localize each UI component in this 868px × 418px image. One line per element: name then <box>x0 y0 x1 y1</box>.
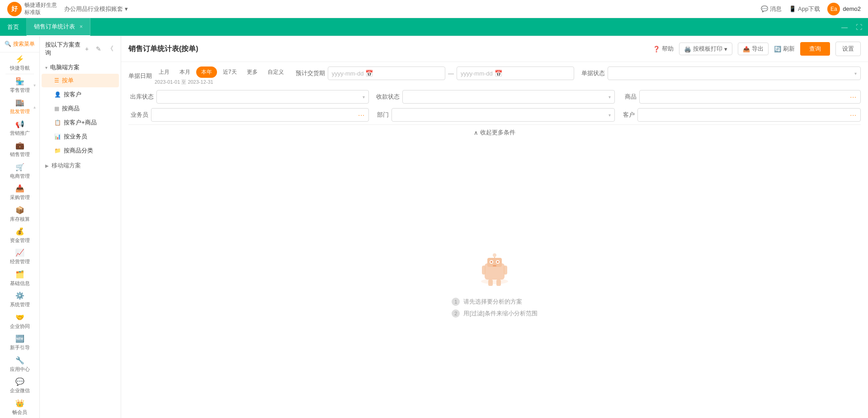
settings-button[interactable]: 设置 <box>835 42 861 56</box>
scheme-item-by-customer[interactable]: 👤 按客户 <box>42 88 119 101</box>
tab-maximize-button[interactable]: ⛶ <box>854 22 864 33</box>
desktop-group-header[interactable]: ▾ 电脑端方案 <box>40 62 121 73</box>
finance-icon: 💰 <box>15 227 24 236</box>
sidebar-item-system[interactable]: ⚙️ 系统管理 <box>0 289 39 310</box>
scheme-item-by-category[interactable]: 📁 按商品分类 <box>42 144 119 157</box>
pay-status-label: 收款状态 <box>374 93 400 101</box>
sidebar-item-basic-info[interactable]: 🗂️ 基础信息 <box>0 268 39 289</box>
status-select[interactable]: ▾ <box>608 66 861 80</box>
sidebar-item-member[interactable]: 👑 畅会员 <box>0 397 39 418</box>
sidebar: 🔍 搜索菜单 ⚡ 快捷导航 🏪 零售管理 ▾ 🏬 批发管理 ▴ 📢 营销推广 💼… <box>0 36 40 418</box>
workspace-selector[interactable]: 办公用品行业模拟账套 ▾ <box>61 3 132 15</box>
sidebar-item-purchase[interactable]: 📥 采购管理 <box>0 182 39 203</box>
sidebar-item-marketing[interactable]: 📢 营销推广 <box>0 117 39 138</box>
enterprise-icon: 🤝 <box>15 313 24 322</box>
shortcut-custom[interactable]: 自定义 <box>264 66 288 78</box>
by-customer-icon: 👤 <box>54 91 61 98</box>
edit-scheme-button[interactable]: ✎ <box>94 44 104 54</box>
app-center-icon: 🔧 <box>15 356 24 365</box>
calendar-icon-2: 📅 <box>495 70 502 77</box>
message-button[interactable]: 💬 消息 <box>761 5 782 13</box>
customer-input[interactable]: ··· <box>637 108 861 122</box>
member-icon: 👑 <box>15 399 24 408</box>
scheme-item-by-goods[interactable]: ▦ 按商品 <box>42 102 119 115</box>
export-button[interactable]: 📤 导出 <box>738 43 769 55</box>
tab-minimize-button[interactable]: — <box>839 22 850 33</box>
sidebar-item-sales[interactable]: 💼 销售管理 <box>0 139 39 160</box>
system-icon: ⚙️ <box>15 291 24 300</box>
logo-area: 好 畅捷通好生意 标准版 <box>7 2 57 16</box>
goods-label: 商品 <box>620 93 637 101</box>
tabbar: 首页 销售订单统计表 × — ⛶ <box>0 18 868 36</box>
search-menu-button[interactable]: 🔍 搜索菜单 <box>0 36 39 52</box>
logo-icon: 好 <box>7 2 22 16</box>
customer-label: 客户 <box>620 111 635 119</box>
shortcut-this-month[interactable]: 本月 <box>175 66 194 78</box>
collapse-scheme-button[interactable]: 《 <box>105 44 115 54</box>
tab-home[interactable]: 首页 <box>0 18 27 36</box>
collapse-bar[interactable]: ∧ 收起更多条件 <box>128 124 861 140</box>
customer-filter-group: 客户 ··· <box>620 108 861 122</box>
filter-section: 单据日期 上月 本月 本年 近7天 更多 自定义 2023-01-01 至 20… <box>121 62 868 145</box>
sidebar-item-wholesale[interactable]: 🏬 批发管理 ▴ <box>0 96 39 117</box>
ship-status-select[interactable]: ▾ <box>156 90 369 104</box>
empty-svg <box>472 245 517 290</box>
mobile-group-header[interactable]: ▶ 移动端方案 <box>40 160 121 171</box>
staff-label: 业务员 <box>128 111 148 119</box>
dept-select[interactable]: ▾ <box>392 108 615 122</box>
add-scheme-button[interactable]: + <box>82 44 92 54</box>
group-expand-arrow-icon: ▾ <box>45 65 47 70</box>
date-label: 单据日期 <box>128 72 152 80</box>
ship-arrow-icon: ▾ <box>363 95 365 100</box>
sidebar-item-enterprise[interactable]: 🤝 企业协同 <box>0 311 39 332</box>
scheme-item-by-staff[interactable]: 📊 按业务员 <box>42 130 119 143</box>
scheme-item-by-order[interactable]: ☰ 按单 <box>42 74 119 87</box>
shortcut-this-year[interactable]: 本年 <box>196 66 217 78</box>
username: demo2 <box>843 5 861 12</box>
page-actions: ❓ 帮助 🖨️ 按模板打印 ▾ 📤 导出 🔄 刷新 <box>653 42 861 62</box>
dept-label: 部门 <box>374 111 389 119</box>
help-button[interactable]: ❓ 帮助 <box>653 45 674 53</box>
basic-info-icon: 🗂️ <box>15 270 24 279</box>
sidebar-item-guide[interactable]: 🆕 新手引导 <box>0 332 39 353</box>
sidebar-item-ecom[interactable]: 🛒 电商管理 <box>0 160 39 181</box>
date-range-hint: 2023-01-01 至 2023-12-31 <box>155 79 288 86</box>
scheme-item-by-customer-goods[interactable]: 📋 按客户+商品 <box>42 116 119 129</box>
svg-rect-10 <box>488 280 493 286</box>
sidebar-item-finance[interactable]: 💰 资金管理 <box>0 225 39 246</box>
sidebar-item-wechat[interactable]: 💬 企业微信 <box>0 375 39 396</box>
staff-input[interactable]: ··· <box>151 108 369 122</box>
goods-input[interactable]: ··· <box>639 90 861 104</box>
pay-status-select[interactable]: ▾ <box>402 90 615 104</box>
shortcut-7days[interactable]: 近7天 <box>219 66 241 78</box>
user-menu[interactable]: Ea demo2 <box>827 3 861 15</box>
refresh-button[interactable]: 🔄 刷新 <box>774 45 795 53</box>
expected-date-start[interactable]: yyyy-mm-dd 📅 <box>328 66 445 80</box>
scheme-panel-header: 按以下方案查询 + ✎ 《 <box>40 36 121 60</box>
sidebar-item-management[interactable]: 📈 经营管理 <box>0 246 39 267</box>
sidebar-item-app-center[interactable]: 🔧 应用中心 <box>0 354 39 375</box>
tab-sales-order[interactable]: 销售订单统计表 × <box>27 18 90 36</box>
workspace-arrow-icon: ▾ <box>125 5 128 12</box>
tab-close-icon[interactable]: × <box>80 24 83 30</box>
page-title: 销售订单统计表(按单) <box>128 44 198 59</box>
collapse-icon: ∧ <box>474 129 478 136</box>
desktop-scheme-group: ▾ 电脑端方案 ☰ 按单 👤 按客户 ▦ 按商品 📋 按客户+商品 <box>40 60 121 160</box>
logo-text: 畅捷通好生意 标准版 <box>24 2 57 16</box>
shortcut-last-month[interactable]: 上月 <box>155 66 174 78</box>
ship-status-group: 出库状态 ▾ <box>128 90 369 104</box>
phone-icon: 📱 <box>789 5 796 12</box>
by-staff-icon: 📊 <box>54 133 61 140</box>
pay-status-group: 收款状态 ▾ <box>374 90 615 104</box>
sidebar-item-inventory[interactable]: 📦 库存核算 <box>0 203 39 224</box>
shortcut-more[interactable]: 更多 <box>243 66 262 78</box>
sidebar-item-retail[interactable]: 🏪 零售管理 ▾ <box>0 74 39 95</box>
sidebar-item-quick-nav[interactable]: ⚡ 快捷导航 <box>0 52 39 74</box>
print-button[interactable]: 🖨️ 按模板打印 ▾ <box>679 43 732 55</box>
query-button[interactable]: 查询 <box>800 42 830 56</box>
calendar-icon-1: 📅 <box>365 70 373 77</box>
expected-date-end[interactable]: yyyy-mm-dd 📅 <box>457 66 574 80</box>
wholesale-arrow-icon: ▴ <box>33 104 36 109</box>
by-category-icon: 📁 <box>54 147 61 154</box>
app-download-button[interactable]: 📱 App下载 <box>789 5 820 13</box>
